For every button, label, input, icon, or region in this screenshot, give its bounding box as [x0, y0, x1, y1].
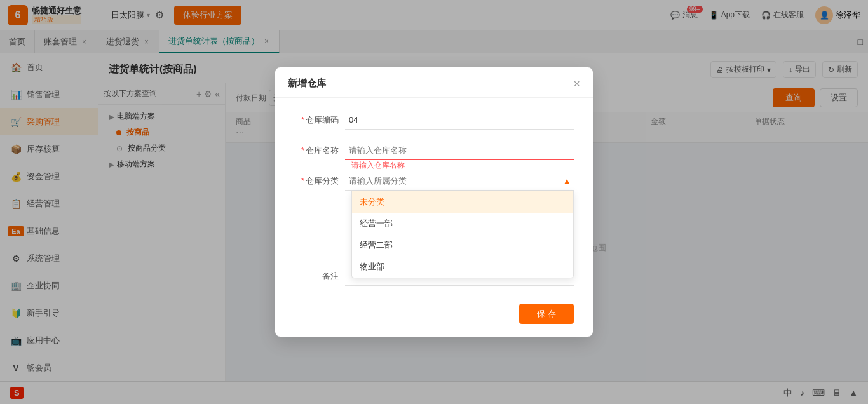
name-error-message: 请输入仓库名称: [351, 160, 405, 171]
new-warehouse-modal: 新增仓库 × 仓库编码 仓库名称 请输入仓库名称 仓库分类: [275, 67, 593, 337]
category-label: 仓库分类: [294, 172, 345, 191]
save-button[interactable]: 保 存: [519, 304, 574, 324]
dropdown-item-dept2[interactable]: 经营二部: [352, 234, 573, 256]
code-label: 仓库编码: [294, 111, 345, 130]
dropdown-item-property[interactable]: 物业部: [352, 256, 573, 278]
category-dropdown-list: 未分类 经营一部 经营二部 物业部: [351, 191, 574, 278]
dropdown-item-dept1[interactable]: 经营一部: [352, 213, 573, 234]
category-input[interactable]: [345, 172, 574, 191]
note-label: 备注: [294, 267, 345, 286]
modal-close-button[interactable]: ×: [573, 78, 580, 90]
modal-overlay: 新增仓库 × 仓库编码 仓库名称 请输入仓库名称 仓库分类: [0, 0, 868, 404]
modal-body: 仓库编码 仓库名称 请输入仓库名称 仓库分类 ▲: [275, 98, 593, 304]
modal-footer: 保 存: [275, 304, 593, 324]
name-input[interactable]: [345, 141, 574, 160]
modal-header: 新增仓库 ×: [275, 67, 593, 98]
form-row-category: 仓库分类 ▲ 未分类 经营一部 经营二部 物业部: [294, 172, 574, 191]
form-row-name: 仓库名称 请输入仓库名称: [294, 141, 574, 160]
form-row-code: 仓库编码: [294, 111, 574, 130]
modal-title: 新增仓库: [288, 77, 326, 90]
code-input[interactable]: [345, 111, 574, 130]
category-select-wrapper: ▲: [345, 172, 574, 191]
dropdown-item-uncategorized[interactable]: 未分类: [352, 191, 573, 213]
category-dropdown-arrow[interactable]: ▲: [562, 176, 571, 186]
name-label: 仓库名称: [294, 141, 345, 160]
